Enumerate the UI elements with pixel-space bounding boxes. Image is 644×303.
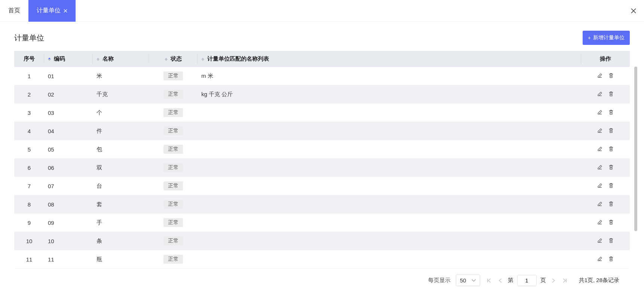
cell-match-list (198, 104, 581, 122)
delete-icon[interactable] (608, 238, 614, 244)
chevron-down-icon (471, 279, 476, 282)
col-header-op: 操作 (581, 51, 630, 67)
col-header-match-list[interactable]: 计量单位匹配的名称列表 (198, 51, 581, 67)
per-page-select[interactable]: 50 (456, 275, 480, 286)
last-page-button[interactable] (561, 277, 568, 284)
cell-status: 正常 (149, 104, 198, 122)
status-badge: 正常 (164, 200, 183, 209)
col-header-name[interactable]: 名称 (93, 51, 149, 67)
cell-match-list (198, 214, 581, 232)
delete-icon[interactable] (608, 109, 614, 115)
cell-match-list (198, 195, 581, 214)
cell-name: 套 (93, 195, 149, 214)
cell-match-list (198, 177, 581, 195)
status-badge: 正常 (164, 108, 183, 117)
sort-icon (97, 58, 100, 61)
status-badge: 正常 (164, 255, 183, 264)
close-all-tabs-button[interactable] (629, 6, 638, 15)
cell-seq: 9 (14, 214, 44, 232)
edit-icon[interactable] (597, 183, 603, 189)
tab-home[interactable]: 首页 (0, 0, 28, 22)
edit-icon[interactable] (597, 238, 603, 244)
sort-icon (165, 58, 168, 61)
cell-actions (581, 250, 630, 269)
table-row: 101米正常m 米 (14, 67, 630, 85)
next-page-button[interactable] (550, 277, 557, 284)
delete-icon[interactable] (608, 201, 614, 207)
cell-actions (581, 195, 630, 214)
status-badge: 正常 (164, 71, 183, 80)
delete-icon[interactable] (608, 183, 614, 189)
add-unit-button[interactable]: + 新增计量单位 (583, 31, 630, 45)
panel-header: 计量单位 + 新增计量单位 (4, 25, 640, 51)
close-icon[interactable] (64, 9, 67, 13)
table-row: 1111瓶正常 (14, 250, 630, 269)
cell-code: 10 (44, 232, 93, 250)
delete-icon[interactable] (608, 146, 614, 152)
scrollbar[interactable] (634, 67, 637, 231)
col-header-status-label: 状态 (171, 55, 182, 62)
col-header-name-label: 名称 (103, 55, 114, 62)
cell-status: 正常 (149, 140, 198, 159)
cell-seq: 2 (14, 85, 44, 104)
prev-page-button[interactable] (497, 277, 504, 284)
cell-name: 件 (93, 122, 149, 140)
col-header-seq[interactable]: 序号 (14, 51, 44, 67)
page-input[interactable] (517, 275, 537, 286)
tab-unit[interactable]: 计量单位 (28, 0, 76, 22)
status-badge: 正常 (164, 145, 183, 154)
col-header-code-label: 编码 (54, 55, 65, 62)
col-header-status[interactable]: 状态 (149, 51, 198, 67)
first-page-button[interactable] (485, 277, 493, 284)
cell-match-list (198, 250, 581, 269)
delete-icon[interactable] (608, 128, 614, 134)
status-badge: 正常 (164, 181, 183, 190)
status-badge: 正常 (164, 218, 183, 227)
cell-status: 正常 (149, 195, 198, 214)
unit-table: 序号 编码 (14, 51, 630, 269)
edit-icon[interactable] (597, 109, 603, 115)
cell-actions (581, 232, 630, 250)
page-suffix: 页 (540, 277, 546, 284)
page-nav: 第 页 (485, 275, 568, 286)
edit-icon[interactable] (597, 128, 603, 134)
cell-status: 正常 (149, 214, 198, 232)
cell-name: 条 (93, 232, 149, 250)
edit-icon[interactable] (597, 73, 603, 79)
cell-name: 个 (93, 104, 149, 122)
status-badge: 正常 (164, 236, 183, 245)
table-row: 909手正常 (14, 214, 630, 232)
cell-name: 米 (93, 67, 149, 85)
cell-code: 05 (44, 140, 93, 159)
delete-icon[interactable] (608, 73, 614, 79)
edit-icon[interactable] (597, 201, 603, 207)
cell-code: 06 (44, 159, 93, 177)
cell-status: 正常 (149, 232, 198, 250)
status-badge: 正常 (164, 90, 183, 99)
cell-name: 千克 (93, 85, 149, 104)
table-row: 606双正常 (14, 159, 630, 177)
delete-icon[interactable] (608, 256, 614, 262)
cell-actions (581, 85, 630, 104)
cell-match-list: kg 千克 公斤 (198, 85, 581, 104)
edit-icon[interactable] (597, 164, 603, 170)
cell-actions (581, 122, 630, 140)
page-prefix: 第 (508, 277, 513, 284)
cell-code: 09 (44, 214, 93, 232)
edit-icon[interactable] (597, 146, 603, 152)
col-header-code[interactable]: 编码 (44, 51, 93, 67)
table-row: 303个正常 (14, 104, 630, 122)
edit-icon[interactable] (597, 256, 603, 262)
edit-icon[interactable] (597, 219, 603, 225)
tab-bar: 首页 计量单位 (0, 0, 644, 22)
page-content: 计量单位 + 新增计量单位 序号 编码 (0, 22, 644, 293)
delete-icon[interactable] (608, 219, 614, 225)
edit-icon[interactable] (597, 91, 603, 97)
delete-icon[interactable] (608, 91, 614, 97)
cell-match-list (198, 140, 581, 159)
cell-status: 正常 (149, 85, 198, 104)
delete-icon[interactable] (608, 164, 614, 170)
cell-actions (581, 104, 630, 122)
sort-icon (201, 58, 204, 61)
pager: 每页显示 50 第 页 (14, 269, 630, 289)
